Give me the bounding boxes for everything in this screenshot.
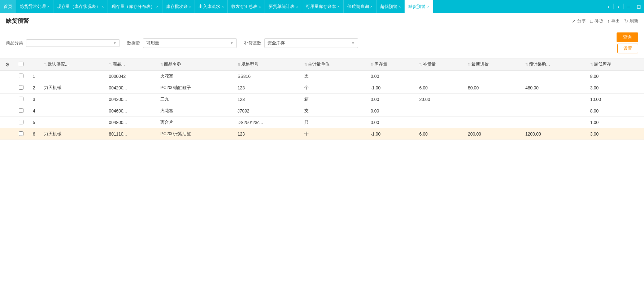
row-product-code-3: 004600... — [105, 105, 157, 117]
category-label: 商品分类 — [6, 40, 23, 46]
col-index-header — [27, 58, 40, 71]
col-latest-price-header[interactable]: ⇅最新进价 — [464, 58, 522, 71]
col-spec-header[interactable]: ⇅规格型号 — [234, 58, 301, 71]
product-name-sort-icon: ⇅ — [160, 62, 163, 66]
col-unit-header[interactable]: ⇅主计量单位 — [301, 58, 367, 71]
category-select[interactable]: ▼ — [26, 39, 120, 47]
row-spec-3: J7092 — [234, 105, 301, 117]
row-checkbox-3[interactable] — [19, 108, 23, 113]
datasource-dropdown-icon: ▼ — [230, 41, 234, 45]
nav-tab-close-8[interactable]: × — [338, 5, 340, 9]
nav-tab-9[interactable]: 保质期查询× — [344, 0, 377, 13]
datasource-filter-group: 数据源 可用量 ▼ — [127, 38, 237, 48]
row-checkbox-cell-3 — [14, 105, 27, 117]
nav-tab-label-2: 现存量（库存状况表） — [57, 4, 100, 10]
replenish-base-filter-group: 补货基数 安全库存 ▼ — [244, 38, 358, 48]
nav-next-arrow[interactable]: › — [614, 4, 624, 9]
row-replenish-5: 6.00 — [415, 128, 464, 140]
replenish-btn[interactable]: □ 补货 — [590, 18, 603, 24]
nav-tab-close-4[interactable]: × — [189, 5, 191, 9]
row-index-2: 3 — [27, 94, 40, 105]
share-btn[interactable]: ↗ 分享 — [572, 18, 586, 24]
nav-prev-arrow[interactable]: ‹ — [604, 4, 614, 9]
col-supplier-header[interactable]: ⇅默认供应... — [40, 58, 105, 71]
gear-icon[interactable]: ⚙ — [5, 62, 10, 67]
stock-sort-icon: ⇅ — [371, 62, 374, 66]
replenish-icon: □ — [590, 18, 593, 24]
row-min-stock-3: 8.00 — [587, 105, 644, 117]
row-product-code-1: 004200... — [105, 82, 157, 94]
row-checkbox-4[interactable] — [19, 120, 23, 124]
col-estimated-header[interactable]: ⇅预计采购... — [522, 58, 587, 71]
nav-tab-close-3[interactable]: × — [156, 5, 158, 9]
nav-tab-close-10[interactable]: × — [399, 5, 401, 9]
row-checkbox-5[interactable] — [19, 131, 23, 136]
col-min-stock-header[interactable]: ⇅最低库存 — [587, 58, 644, 71]
nav-tab-5[interactable]: 出入库流水× — [195, 0, 228, 13]
nav-tab-label-7: 要货单统计表 — [269, 4, 295, 10]
col-product-code-header[interactable]: ⇅商品... — [105, 58, 157, 71]
row-checkbox-cell-5 — [14, 128, 27, 140]
row-replenish-4 — [415, 117, 464, 128]
nav-minimize-btn[interactable]: – — [624, 4, 634, 9]
nav-tab-close-6[interactable]: × — [259, 5, 261, 9]
export-btn[interactable]: ↑ 导出 — [608, 18, 620, 24]
row-replenish-2: 20.00 — [415, 94, 464, 105]
nav-tab-7[interactable]: 要货单统计表× — [265, 0, 302, 13]
replenish-base-select[interactable]: 安全库存 ▼ — [264, 38, 358, 48]
nav-tab-close-11[interactable]: × — [427, 5, 429, 9]
nav-tab-3[interactable]: 现存量（库存分布表）× — [108, 0, 162, 13]
nav-tab-4[interactable]: 库存批次账× — [162, 0, 195, 13]
nav-tab-label-1: 炼货异常处理 — [20, 4, 46, 10]
nav-tab-close-7[interactable]: × — [296, 5, 298, 9]
nav-tab-0[interactable]: 首页 — [0, 0, 16, 13]
row-stock-2: 0.00 — [367, 94, 416, 105]
row-gear-1 — [0, 82, 14, 94]
row-checkbox-2[interactable] — [19, 97, 23, 101]
page-header: 缺货预警 ↗ 分享 □ 补货 ↑ 导出 ↻ 刷新 — [0, 13, 644, 28]
row-replenish-0 — [415, 71, 464, 82]
row-unit-3: 支 — [301, 105, 367, 117]
row-unit-4: 只 — [301, 117, 367, 128]
row-supplier-5: 力天机械 — [40, 128, 105, 140]
row-gear-4 — [0, 117, 14, 128]
row-stock-4: 0.00 — [367, 117, 416, 128]
row-latest-price-1: 80.00 — [464, 82, 522, 94]
nav-tab-close-9[interactable]: × — [370, 5, 373, 9]
datasource-select[interactable]: 可用量 ▼ — [143, 38, 237, 48]
replenish-base-label: 补货基数 — [244, 40, 261, 46]
nav-tab-11[interactable]: 缺货预警× — [405, 0, 433, 13]
datasource-label: 数据源 — [127, 40, 140, 46]
table-container: ⚙ ⇅默认供应... ⇅商品... ⇅商品名称 — [0, 58, 644, 140]
row-estimated-3 — [522, 105, 587, 117]
nav-tab-close-2[interactable]: × — [102, 5, 104, 9]
col-stock-header[interactable]: ⇅库存量 — [367, 58, 416, 71]
row-min-stock-4: 1.00 — [587, 117, 644, 128]
select-all-checkbox[interactable] — [19, 62, 23, 66]
nav-tab-8[interactable]: 可用量库存账本× — [302, 0, 344, 13]
nav-tab-1[interactable]: 炼货异常处理× — [16, 0, 53, 13]
nav-tab-10[interactable]: 超储预警× — [377, 0, 405, 13]
nav-tab-close-5[interactable]: × — [222, 5, 224, 9]
row-checkbox-0[interactable] — [19, 74, 23, 78]
nav-tab-label-5: 出入库流水 — [199, 4, 220, 10]
nav-tab-6[interactable]: 收发存汇总表× — [228, 0, 265, 13]
col-replenish-header[interactable]: ⇅补货量 — [415, 58, 464, 71]
nav-tab-close-1[interactable]: × — [47, 5, 49, 9]
row-product-code-0: 0000042 — [105, 71, 157, 82]
row-estimated-0 — [522, 71, 587, 82]
row-latest-price-4 — [464, 117, 522, 128]
row-checkbox-1[interactable] — [19, 85, 23, 90]
refresh-btn[interactable]: ↻ 刷新 — [624, 18, 638, 24]
spec-sort-icon: ⇅ — [238, 62, 240, 66]
row-estimated-1: 480.00 — [522, 82, 587, 94]
query-button[interactable]: 查询 — [617, 32, 638, 42]
nav-tab-label-10: 超储预警 — [380, 4, 397, 10]
nav-restore-btn[interactable]: ◻ — [634, 4, 644, 9]
setting-button[interactable]: 设置 — [617, 44, 638, 53]
row-replenish-1: 6.00 — [415, 82, 464, 94]
nav-tab-2[interactable]: 现存量（库存状况表）× — [53, 0, 108, 13]
col-checkbox-header — [14, 58, 27, 71]
col-product-name-header[interactable]: ⇅商品名称 — [157, 58, 234, 71]
row-supplier-3 — [40, 105, 105, 117]
